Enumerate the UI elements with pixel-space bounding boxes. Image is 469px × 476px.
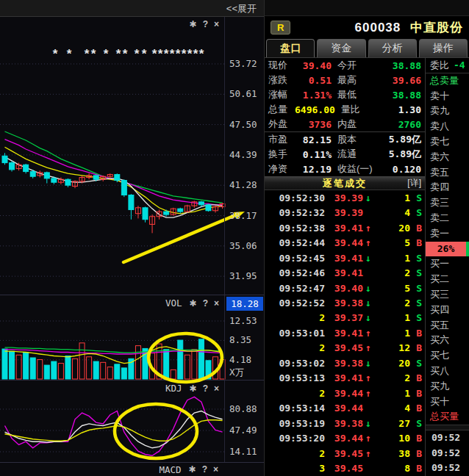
quote-row: 涨跌 0.51 最高 39.66 bbox=[265, 73, 425, 87]
buy-level-row[interactable]: 买七 bbox=[426, 348, 469, 364]
sell-level-row[interactable]: 卖十 bbox=[426, 89, 469, 104]
tick-direction-arrow: ↑ bbox=[363, 223, 376, 234]
quote-label: 内盘 bbox=[337, 118, 384, 131]
tick-volume: 1 bbox=[376, 312, 410, 323]
quote-value: 5.89亿 bbox=[384, 148, 421, 161]
tick-direction-arrow: ↑ bbox=[363, 388, 376, 399]
volume-axis: 18.28 12.538.354.18X万 bbox=[224, 295, 264, 380]
gear-icon[interactable]: ✱ bbox=[190, 383, 197, 394]
margin-trading-badge[interactable]: R bbox=[271, 21, 290, 35]
close-icon[interactable]: × bbox=[213, 464, 218, 475]
candlestick-panel[interactable]: ✱ ? × ****************** 53.7250.6147.50… bbox=[0, 17, 264, 295]
axis-tick-label: X万 bbox=[229, 367, 244, 379]
sell-level-row[interactable]: 卖五 bbox=[426, 165, 469, 181]
quote-value: 3736 bbox=[295, 119, 332, 130]
svg-text:*: * bbox=[176, 47, 181, 61]
buy-level-row[interactable]: 买五 bbox=[426, 318, 469, 333]
quote-row: 市盈 82.15 股本 5.89亿 bbox=[265, 132, 425, 147]
close-icon[interactable]: × bbox=[214, 383, 219, 394]
close-icon[interactable]: × bbox=[214, 19, 219, 29]
tick-time: 09:52:32 bbox=[268, 207, 325, 218]
sell-level-row[interactable]: 卖四 bbox=[426, 180, 469, 195]
volume-panel[interactable]: VOL ✱ ? × 18.28 12.538.354.18X万 bbox=[0, 295, 264, 381]
sell-level-row[interactable]: 卖六 bbox=[426, 150, 469, 165]
gear-icon[interactable]: ✱ bbox=[190, 19, 197, 29]
sell-level-row[interactable]: 卖二 bbox=[426, 211, 469, 226]
tick-direction-arrow: ↓ bbox=[363, 358, 376, 369]
tick-price: 39.39 bbox=[325, 192, 363, 203]
tick-side: S bbox=[410, 298, 422, 309]
weibi-value: -4 bbox=[454, 58, 465, 73]
gear-icon[interactable]: ✱ bbox=[189, 464, 196, 475]
tick-detail-link[interactable]: [详] bbox=[407, 177, 421, 190]
tab[interactable]: 盘口 bbox=[266, 39, 315, 57]
total-sell-row[interactable]: 总卖量 bbox=[426, 73, 469, 89]
total-buy-row[interactable]: 总买量 bbox=[426, 409, 469, 425]
tick-price: 39.44 bbox=[325, 403, 363, 414]
quote-grid-fundamentals: 市盈 82.15 股本 5.89亿 换手 0.11% 流通 5.89亿 bbox=[265, 131, 425, 176]
svg-text:*: * bbox=[170, 47, 175, 61]
buy-level-row[interactable]: 买一 bbox=[426, 256, 469, 272]
sell-level-row[interactable]: 卖三 bbox=[426, 195, 469, 211]
buy-level-row[interactable]: 买十 bbox=[426, 394, 469, 410]
buy-level-row[interactable]: 买九 bbox=[426, 379, 469, 394]
tick-side: B bbox=[410, 463, 422, 474]
quote-value: 1.30 bbox=[388, 104, 421, 115]
tick-time: 09:52:46 bbox=[268, 267, 325, 278]
tick-side: S bbox=[410, 283, 422, 294]
tick-time: 09:53:20 bbox=[268, 433, 325, 444]
tick-price: 39.37 bbox=[325, 312, 363, 323]
svg-text:*: * bbox=[135, 47, 140, 61]
svg-text:*: * bbox=[199, 47, 204, 61]
help-icon[interactable]: ? bbox=[202, 464, 207, 475]
help-icon[interactable]: ? bbox=[203, 19, 208, 29]
help-icon[interactable]: ? bbox=[203, 383, 208, 394]
buy-level-row[interactable]: 买六 bbox=[426, 333, 469, 348]
tab[interactable]: 资金 bbox=[317, 39, 365, 57]
quote-value: 6496.00 bbox=[295, 104, 335, 115]
time-sales-time: 09:52 bbox=[426, 430, 469, 446]
tick-volume: 20 bbox=[376, 358, 410, 369]
tick-volume: 12 bbox=[376, 342, 410, 353]
collapse-expand-link[interactable]: <<展开 bbox=[226, 2, 257, 15]
tick-direction-arrow: ↓ bbox=[363, 418, 376, 429]
volume-panel-controls: VOL ✱ ? × bbox=[165, 298, 219, 309]
sell-level-row[interactable]: 卖八 bbox=[426, 119, 469, 134]
candlestick-chart[interactable]: ****************** bbox=[0, 17, 225, 295]
price-axis: 53.7250.6147.5044.3941.2838.1735.0631.95 bbox=[224, 17, 264, 295]
svg-text:*: * bbox=[193, 47, 198, 61]
buy-level-row[interactable]: 买八 bbox=[426, 364, 469, 379]
tab[interactable]: 分析 bbox=[368, 39, 417, 57]
buy-level-row[interactable]: 买二 bbox=[426, 272, 469, 287]
quote-label: 涨幅 bbox=[268, 88, 295, 101]
quote-tabs: 盘口 资金 分析 操作 bbox=[265, 38, 469, 58]
sell-level-row[interactable]: 卖七 bbox=[426, 134, 469, 150]
tick-price: 39.41 bbox=[325, 328, 363, 339]
quote-label: 外盘 bbox=[268, 118, 295, 131]
axis-tick-label: 38.17 bbox=[229, 210, 257, 221]
sell-level-row[interactable]: 卖九 bbox=[426, 104, 469, 119]
buy-level-row[interactable]: 买三 bbox=[426, 287, 469, 303]
macd-panel-header: MACD ✱ ? × bbox=[0, 463, 264, 476]
help-icon[interactable]: ? bbox=[203, 298, 208, 309]
axis-tick-label: 53.72 bbox=[229, 58, 257, 69]
tab[interactable]: 操作 bbox=[419, 39, 468, 57]
buy-level-row[interactable]: 买四 bbox=[426, 303, 469, 318]
quote-value: 1.31% bbox=[295, 90, 332, 101]
kdj-panel[interactable]: KDJ ✱ ? × 80.8847.4914.11 bbox=[0, 381, 264, 463]
close-icon[interactable]: × bbox=[214, 298, 219, 309]
sell-level-row[interactable]: 卖一 bbox=[426, 226, 469, 242]
stock-header: R 600038 中直股份 bbox=[265, 16, 469, 38]
tick-volume: 1 bbox=[376, 328, 410, 339]
tick-side: S bbox=[410, 207, 422, 218]
quote-label: 换手 bbox=[268, 148, 295, 161]
time-sales-time: 09:52 bbox=[426, 461, 469, 476]
tick-direction-arrow: ↓ bbox=[363, 192, 376, 203]
gear-icon[interactable]: ✱ bbox=[190, 298, 197, 309]
tick-time: 09:52:30 bbox=[268, 192, 325, 203]
quote-label: 股本 bbox=[337, 133, 384, 146]
tick-side: B bbox=[410, 342, 422, 353]
tick-side: S bbox=[410, 253, 422, 264]
quote-main-column: 现价 39.40 今开 38.88 涨跌 0.51 最高 39.66 bbox=[265, 58, 425, 476]
tick-side: B bbox=[410, 403, 422, 414]
